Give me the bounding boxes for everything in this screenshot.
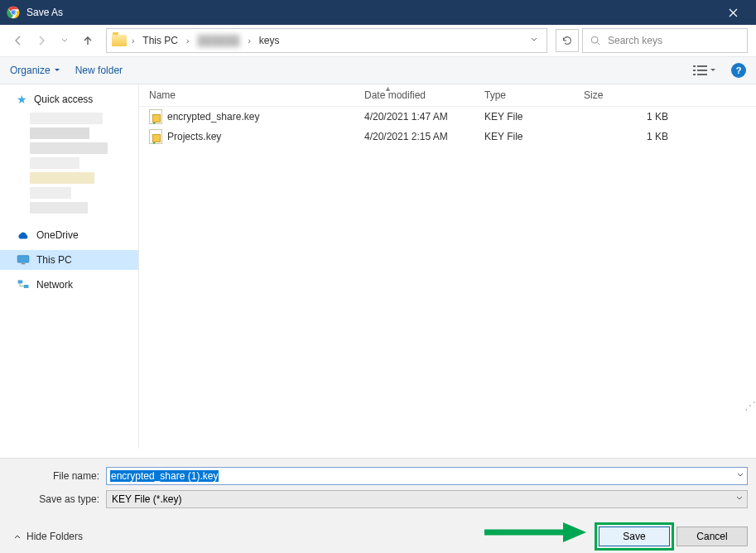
filename-value: encrypted_share (1).key bbox=[110, 470, 219, 482]
view-options[interactable] bbox=[693, 65, 716, 76]
help-button[interactable]: ? bbox=[731, 63, 746, 78]
col-size[interactable]: Size bbox=[584, 89, 683, 101]
star-icon: ★ bbox=[17, 93, 27, 106]
up-button[interactable] bbox=[78, 31, 98, 50]
newfolder-label: New folder bbox=[75, 65, 123, 76]
folder-icon bbox=[112, 35, 127, 46]
svg-rect-11 bbox=[17, 256, 29, 262]
file-row[interactable]: Projects.key 4/20/2021 2:15 AM KEY File … bbox=[139, 127, 756, 147]
sidebar-label: OneDrive bbox=[36, 229, 79, 241]
filename-dropdown[interactable] bbox=[736, 470, 744, 482]
pc-icon bbox=[17, 255, 30, 265]
search-input[interactable] bbox=[608, 35, 740, 46]
type-label: Save as type: bbox=[8, 493, 106, 505]
save-label: Save bbox=[623, 531, 645, 542]
file-type: KEY File bbox=[484, 111, 584, 123]
file-name: encrypted_share.key bbox=[167, 111, 259, 123]
breadcrumb-thispc[interactable]: This PC bbox=[139, 33, 181, 48]
cloud-icon bbox=[17, 231, 30, 240]
new-folder-button[interactable]: New folder bbox=[75, 65, 123, 76]
nav-row: › This PC › ██████ › keys bbox=[0, 25, 756, 56]
breadcrumb-hidden[interactable]: ██████ bbox=[194, 33, 243, 48]
sidebar-quick-access[interactable]: ★ Quick access bbox=[0, 89, 138, 109]
svg-rect-6 bbox=[697, 65, 707, 67]
titlebar: Save As bbox=[0, 0, 756, 25]
svg-rect-12 bbox=[22, 263, 26, 265]
file-row[interactable]: encrypted_share.key 4/20/2021 1:47 AM KE… bbox=[139, 107, 756, 127]
file-name: Projects.key bbox=[167, 131, 221, 142]
save-form: File name: encrypted_share (1).key Save … bbox=[0, 458, 756, 553]
chevron-down-icon bbox=[710, 67, 716, 74]
svg-rect-5 bbox=[693, 65, 696, 67]
cancel-button[interactable]: Cancel bbox=[677, 527, 748, 546]
sidebar: ★ Quick access OneDrive This PC Network bbox=[0, 84, 139, 449]
sidebar-pinned-blurred bbox=[0, 113, 138, 214]
svg-point-4 bbox=[591, 36, 598, 43]
main-area: ★ Quick access OneDrive This PC Network bbox=[0, 84, 756, 449]
window-title: Save As bbox=[26, 7, 716, 18]
address-expand[interactable] bbox=[527, 35, 542, 46]
resize-grip-icon: ⋰ bbox=[744, 399, 754, 412]
filename-label: File name: bbox=[8, 470, 106, 482]
sort-indicator-icon: ▲ bbox=[384, 84, 392, 93]
svg-rect-13 bbox=[18, 280, 23, 283]
toolbar: Organize New folder ? bbox=[0, 56, 756, 84]
refresh-button[interactable] bbox=[556, 29, 579, 52]
chevron-down-icon bbox=[54, 67, 60, 74]
column-headers: Name Date modified Type Size bbox=[139, 84, 756, 107]
col-type[interactable]: Type bbox=[484, 89, 584, 101]
close-button[interactable] bbox=[716, 0, 749, 25]
col-name[interactable]: Name bbox=[149, 89, 364, 101]
details-view-icon bbox=[693, 65, 708, 76]
key-file-icon bbox=[149, 109, 162, 124]
type-select[interactable]: KEY File (*.key) bbox=[106, 490, 748, 508]
cancel-label: Cancel bbox=[696, 531, 727, 542]
save-button[interactable]: Save bbox=[599, 527, 670, 546]
chevron-up-icon bbox=[13, 532, 22, 541]
hide-folders-label: Hide Folders bbox=[26, 531, 83, 542]
sidebar-label: Network bbox=[36, 279, 73, 291]
breadcrumb-keys[interactable]: keys bbox=[256, 33, 283, 48]
chevron-right-icon: › bbox=[248, 36, 250, 46]
svg-rect-7 bbox=[693, 70, 696, 71]
sidebar-label: Quick access bbox=[34, 94, 93, 105]
svg-rect-10 bbox=[697, 74, 707, 75]
address-bar[interactable]: › This PC › ██████ › keys bbox=[106, 28, 547, 53]
chevron-right-icon: › bbox=[186, 36, 189, 46]
svg-rect-9 bbox=[693, 74, 696, 75]
search-icon bbox=[590, 35, 601, 46]
sidebar-label: This PC bbox=[36, 254, 72, 266]
organize-menu[interactable]: Organize bbox=[10, 65, 60, 76]
sidebar-network[interactable]: Network bbox=[0, 275, 138, 295]
recent-dropdown[interactable] bbox=[55, 31, 75, 50]
svg-point-3 bbox=[12, 11, 15, 14]
svg-rect-8 bbox=[697, 70, 707, 71]
sidebar-this-pc[interactable]: This PC bbox=[0, 250, 138, 270]
file-size: 1 KB bbox=[584, 131, 683, 142]
file-modified: 4/20/2021 1:47 AM bbox=[364, 111, 484, 123]
sidebar-onedrive[interactable]: OneDrive bbox=[0, 225, 138, 245]
file-type: KEY File bbox=[484, 131, 584, 142]
file-size: 1 KB bbox=[584, 111, 683, 123]
chrome-icon bbox=[7, 6, 20, 19]
network-icon bbox=[17, 279, 30, 291]
file-modified: 4/20/2021 2:15 AM bbox=[364, 131, 484, 142]
key-file-icon bbox=[149, 129, 162, 144]
col-modified[interactable]: Date modified bbox=[364, 89, 484, 101]
chevron-right-icon: › bbox=[132, 36, 134, 46]
hide-folders-toggle[interactable]: Hide Folders bbox=[8, 531, 83, 542]
chevron-down-icon bbox=[735, 493, 744, 505]
organize-label: Organize bbox=[10, 65, 51, 76]
back-button[interactable] bbox=[8, 31, 28, 50]
filename-input[interactable]: encrypted_share (1).key bbox=[106, 467, 748, 485]
search-box[interactable] bbox=[582, 28, 748, 53]
type-value: KEY File (*.key) bbox=[112, 493, 181, 505]
file-list: ▲ Name Date modified Type Size encrypted… bbox=[139, 84, 756, 449]
forward-button[interactable] bbox=[31, 31, 51, 50]
